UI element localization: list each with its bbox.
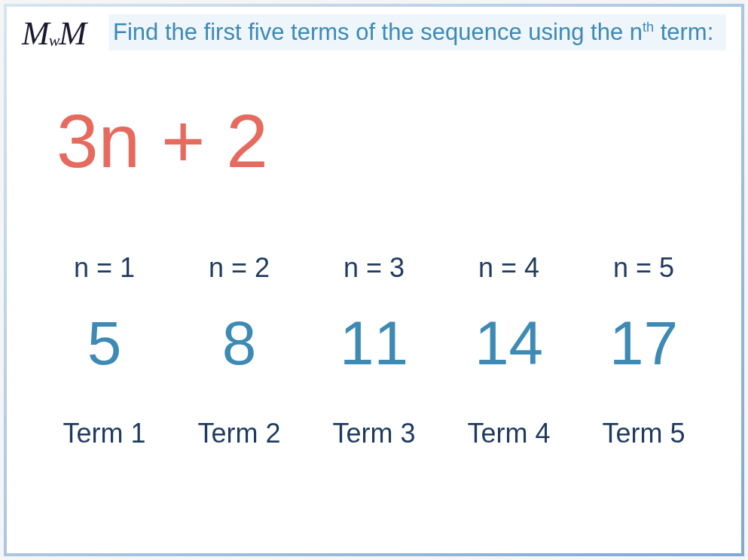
instruction-text: Find the first five terms of the sequenc… bbox=[108, 14, 726, 50]
nth-term-formula: 3n + 2 bbox=[22, 98, 726, 184]
term-value-3: 11 bbox=[307, 306, 441, 380]
instruction-sup: th bbox=[643, 20, 654, 35]
logo-m1: M bbox=[22, 15, 49, 52]
term-value-4: 14 bbox=[441, 306, 576, 380]
logo-small: w bbox=[49, 31, 60, 50]
term-label-3: Term 3 bbox=[307, 418, 441, 449]
n-label-4: n = 4 bbox=[441, 252, 576, 284]
term-value-1: 5 bbox=[37, 306, 172, 380]
term-value-2: 8 bbox=[172, 306, 307, 380]
sequence-grid: n = 1 n = 2 n = 3 n = 4 n = 5 5 8 11 14 … bbox=[22, 252, 726, 449]
logo: MwM bbox=[22, 13, 86, 53]
term-label-1: Term 1 bbox=[37, 418, 172, 449]
n-label-2: n = 2 bbox=[172, 252, 307, 284]
logo-m2: M bbox=[59, 15, 86, 52]
term-label-4: Term 4 bbox=[441, 418, 576, 449]
term-label-5: Term 5 bbox=[576, 418, 711, 449]
instruction-suffix: term: bbox=[654, 19, 713, 45]
term-label-2: Term 2 bbox=[172, 418, 307, 449]
header-row: MwM Find the first five terms of the seq… bbox=[22, 13, 726, 53]
instruction-prefix: Find the first five terms of the sequenc… bbox=[113, 19, 643, 45]
n-label-3: n = 3 bbox=[307, 252, 441, 284]
n-label-5: n = 5 bbox=[576, 252, 711, 284]
n-label-1: n = 1 bbox=[37, 252, 172, 284]
slide-frame: MwM Find the first five terms of the seq… bbox=[4, 4, 744, 556]
term-value-5: 17 bbox=[576, 306, 711, 380]
